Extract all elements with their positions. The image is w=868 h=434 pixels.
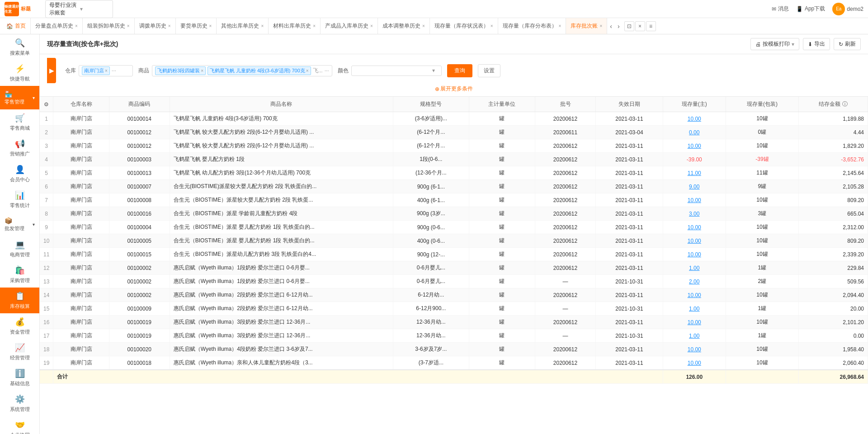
- message-icon: ✉: [772, 6, 776, 12]
- sidebar-item-retailstats[interactable]: 📊 零售统计: [0, 187, 39, 212]
- filter-expand-arrow[interactable]: ▶: [47, 58, 56, 83]
- purchase-icon: 🛍️: [15, 265, 25, 275]
- sidebar-item-search[interactable]: 🔍 搜索菜单: [0, 34, 39, 60]
- sidebar-item-retailshop[interactable]: 🛒 零售商城: [0, 109, 39, 135]
- sidebar-item-enterprise[interactable]: 🤝 企业协同: [0, 416, 39, 434]
- app-download-button[interactable]: 📱 App下载: [796, 5, 825, 13]
- messages-button[interactable]: ✉ 消息: [772, 5, 789, 13]
- cell-qty-main[interactable]: 10.00: [663, 234, 726, 248]
- sidebar-item-finance[interactable]: 💰 资金管理: [0, 313, 39, 339]
- tab-cbtz-close[interactable]: ×: [422, 24, 425, 28]
- warehouse-tag-box[interactable]: 南岸门店 × ···: [79, 65, 133, 76]
- tab-chengpinruku-close[interactable]: ×: [370, 24, 373, 28]
- tab-kcfb-close[interactable]: ×: [559, 24, 561, 28]
- cell-name: 飞鹤星飞帆 儿童奶粉 4段(3-6岁适用) 700克: [170, 112, 393, 126]
- tab-cailiaochuku[interactable]: 材料出库单历史 ×: [269, 18, 321, 34]
- cell-warehouse: 南岸门店: [53, 153, 109, 166]
- sidebar-item-sysmanage[interactable]: ⚙️ 系统管理: [0, 391, 39, 416]
- query-button[interactable]: 查询: [447, 64, 472, 77]
- cell-qty-main[interactable]: 10.00: [663, 248, 726, 261]
- tab-qtchuku[interactable]: 其他出库单历史 ×: [217, 18, 269, 34]
- tab-cailiaochuku-close[interactable]: ×: [313, 24, 316, 28]
- cell-qty-pkg: 10罐: [726, 112, 799, 126]
- inventory-table: ⚙ 仓库名称 商品编码 商品名称 规格型号 主计量单位 批号 失效日期 现存量(…: [40, 97, 868, 384]
- tab-kucunpici-close[interactable]: ×: [599, 24, 602, 28]
- cell-qty-main[interactable]: 10.00: [663, 356, 726, 370]
- color-filter-box[interactable]: ▾: [351, 66, 442, 76]
- cell-qty-main[interactable]: 1.00: [663, 329, 726, 343]
- cell-qty-main[interactable]: 10.00: [663, 193, 726, 207]
- cell-batch: —: [535, 275, 596, 288]
- warehouse-selector[interactable]: 母婴行业演示账套 ▾: [45, 0, 113, 18]
- sidebar-item-basicinfo[interactable]: ℹ️ 基础信息: [0, 365, 39, 391]
- tab-cbtz[interactable]: 成本调整单历史 ×: [378, 18, 430, 34]
- tab-diaobodanhistory[interactable]: 调拨单历史 ×: [135, 18, 176, 34]
- cell-qty-main[interactable]: 10.00: [663, 221, 726, 234]
- tab-fullscreen-btn[interactable]: ⊡: [624, 21, 634, 31]
- cell-qty-pkg: 10罐: [726, 139, 799, 153]
- cell-no: 5: [40, 166, 53, 180]
- cell-qty-main[interactable]: 10.00: [663, 316, 726, 329]
- tab-chengpinruku[interactable]: 产成品入库单历史 ×: [321, 18, 378, 34]
- warehouse-tag-close[interactable]: ×: [105, 68, 108, 73]
- tab-home[interactable]: 🏠 首页: [2, 18, 31, 34]
- product-tag-box[interactable]: 飞鹤奶粉3段四罐装 × 飞鹤星飞帆 儿童奶粉 4段(3-6岁适用) 700克 ×…: [152, 65, 332, 76]
- col-settings[interactable]: ⚙: [40, 97, 53, 112]
- refresh-button[interactable]: ↻ 刷新: [834, 38, 861, 50]
- cell-qty-main[interactable]: 9.00: [663, 180, 726, 193]
- sidebar-item-retail[interactable]: 🏪 零售管理 ▾: [0, 86, 39, 109]
- cell-expire: 2021-03-11: [595, 261, 663, 275]
- tab-kucunpici-label: 库存批次账: [571, 22, 598, 30]
- cell-spec: (3-7岁适...: [393, 356, 469, 370]
- cell-qty-pkg: 10罐: [726, 234, 799, 248]
- setting-button[interactable]: 设置: [478, 64, 500, 77]
- cell-qty-main[interactable]: 1.00: [663, 261, 726, 275]
- tab-fenliangpandian[interactable]: 分量盘点单历史 ×: [31, 18, 83, 34]
- tab-kczk-close[interactable]: ×: [491, 24, 493, 28]
- refresh-label: 刷新: [845, 40, 856, 48]
- tab-qtchuku-close[interactable]: ×: [261, 24, 264, 28]
- sidebar-item-wholesale[interactable]: 📦 批发管理 ▾: [0, 212, 39, 236]
- tab-yaohuo[interactable]: 要货单历史 ×: [176, 18, 217, 34]
- cell-qty-main[interactable]: 1.00: [663, 302, 726, 316]
- tab-close-btn[interactable]: ×: [635, 21, 645, 31]
- tab-kucunpici[interactable]: 库存批次账 ×: [566, 18, 607, 34]
- tab-next-btn[interactable]: ›: [615, 23, 623, 30]
- tab-zuzhuang-close[interactable]: ×: [127, 24, 130, 28]
- cell-qty-main[interactable]: 3.00: [663, 207, 726, 221]
- cell-qty-main[interactable]: 10.00: [663, 112, 726, 126]
- sidebar-item-ecommerce[interactable]: 💻 电商管理: [0, 236, 39, 262]
- expand-conditions-btn[interactable]: ⊕ 展开更多条件: [47, 85, 861, 93]
- tab-kczk[interactable]: 现存量（库存状况表） ×: [430, 18, 498, 34]
- product-tag-2-close[interactable]: ×: [306, 68, 309, 73]
- tab-fenliangpandian-close[interactable]: ×: [75, 24, 78, 28]
- tab-prev-btn[interactable]: ‹: [607, 23, 615, 30]
- cell-qty-main[interactable]: 0.00: [663, 126, 726, 139]
- cell-unit: 罐: [469, 207, 535, 221]
- cell-qty-main[interactable]: 10.00: [663, 139, 726, 153]
- tab-zuzhuang[interactable]: 组装拆卸单历史 ×: [83, 18, 135, 34]
- export-button[interactable]: ⬇ 导出: [803, 38, 830, 50]
- tab-diaobodanhistory-close[interactable]: ×: [168, 24, 171, 28]
- col-expire: 失效日期: [595, 97, 663, 112]
- tab-kcfb[interactable]: 现存量（库存分布表） ×: [498, 18, 566, 34]
- cell-qty-main[interactable]: 10.00: [663, 343, 726, 356]
- sidebar-item-bizmanage[interactable]: 📈 经营管理: [0, 339, 39, 365]
- user-profile[interactable]: Ea demo2: [832, 3, 863, 15]
- tab-menu-btn[interactable]: ≡: [646, 21, 656, 31]
- print-button[interactable]: 🖨 按模板打印 ▾: [750, 38, 799, 50]
- cell-qty-main[interactable]: 11.00: [663, 166, 726, 180]
- cell-qty-main[interactable]: 10.00: [663, 288, 726, 302]
- summary-row: 合计 126.00 26,968.64: [40, 370, 868, 384]
- product-tag-1-close[interactable]: ×: [201, 68, 203, 73]
- cell-unit: 罐: [469, 193, 535, 207]
- cell-qty-main[interactable]: 2.00: [663, 275, 726, 288]
- tab-yaohuo-close[interactable]: ×: [209, 24, 212, 28]
- sidebar-item-member[interactable]: 👤 会员中心: [0, 161, 39, 187]
- color-dropdown-icon[interactable]: ▾: [432, 67, 439, 74]
- sidebar-item-purchase[interactable]: 🛍️ 采购管理: [0, 262, 39, 288]
- sidebar-item-inventory[interactable]: 📋 库存核算: [0, 288, 39, 313]
- cell-qty-pkg: 1罐: [726, 261, 799, 275]
- sidebar-item-quicknav[interactable]: ⚡ 快捷导航: [0, 60, 39, 86]
- sidebar-item-marketing[interactable]: 📢 营销推广: [0, 135, 39, 161]
